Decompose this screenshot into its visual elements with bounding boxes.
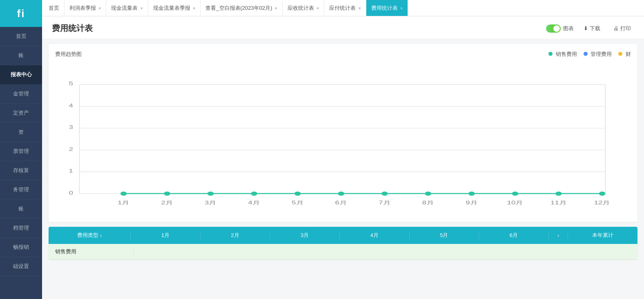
sidebar-item-report-center[interactable]: 报表中心 (0, 65, 42, 84)
next-month-cell: › (549, 232, 568, 239)
table-header: 费用类型 ‹ 1月 2月 3月 4月 5月 (49, 227, 637, 244)
legend-dot-admin (584, 52, 588, 56)
tab-blank-report[interactable]: 查看_空白报表(2023年02月) × (201, 0, 283, 16)
tab-payable[interactable]: 应付统计表 × (324, 0, 366, 16)
close-tab-cashflow[interactable]: × (140, 6, 143, 11)
print-icon: 🖨 (613, 25, 619, 31)
th-month-6: 6月 (479, 232, 549, 239)
svg-text:6月: 6月 (335, 200, 347, 205)
tab-cashflow-quarterly[interactable]: 现金流量表季报 × (148, 0, 201, 16)
td-type: 销售费用 (49, 248, 134, 255)
data-point (251, 191, 257, 195)
svg-text:3月: 3月 (205, 200, 216, 205)
chart-title: 费用趋势图 (55, 51, 631, 58)
svg-text:9月: 9月 (466, 200, 477, 205)
th-month-1: 1月 (131, 232, 201, 239)
sidebar-item-service-mgmt[interactable]: 务管理 (0, 180, 42, 199)
data-point (338, 191, 344, 195)
sidebar-item-cash-mgmt[interactable]: 金管理 (0, 84, 42, 104)
sidebar-item-expense[interactable]: 畅报销 (0, 238, 42, 257)
sidebar: fi 首页 账 报表中心 金管理 定资产 资 票管理 存核算 务管理 账 档管理… (0, 0, 42, 299)
chart-toggle[interactable] (546, 24, 561, 33)
sidebar-item-home[interactable]: 首页 (0, 27, 42, 46)
svg-text:4: 4 (69, 103, 73, 108)
download-icon: ⬇ (584, 25, 588, 31)
chart-toggle-wrap[interactable]: 图表 (546, 24, 574, 33)
table-row: 销售费用 (49, 244, 637, 259)
th-type: 费用类型 ‹ (49, 232, 131, 239)
close-tab-profit-quarterly[interactable]: × (98, 6, 101, 11)
close-tab-blank-report[interactable]: × (275, 6, 277, 11)
close-tab-cashflow-quarterly[interactable]: × (193, 6, 195, 11)
tab-profit-quarterly[interactable]: 利润表季报 × (65, 0, 106, 16)
svg-rect-12 (80, 84, 606, 193)
legend-dot-sales (548, 52, 553, 56)
page-title: 费用统计表 (52, 23, 93, 34)
close-tab-payable[interactable]: × (358, 6, 361, 11)
th-month-3: 3月 (270, 232, 340, 239)
th-yearly-total: 本年累计 (568, 232, 637, 239)
table-section: 费用类型 ‹ 1月 2月 3月 4月 5月 (49, 227, 637, 259)
legend-sales: 销售费用 (548, 51, 577, 58)
svg-text:2月: 2月 (161, 200, 173, 205)
data-point (120, 191, 127, 195)
sidebar-item-archive[interactable]: 档管理 (0, 219, 42, 238)
sidebar-item-invoice-mgmt[interactable]: 票管理 (0, 142, 42, 161)
sidebar-item-inventory[interactable]: 存核算 (0, 161, 42, 180)
svg-text:11月: 11月 (550, 200, 567, 205)
th-month-4: 4月 (340, 232, 410, 239)
data-point (555, 191, 562, 195)
tab-expense-stats[interactable]: 费用统计表 × (366, 0, 408, 16)
download-button[interactable]: ⬇ 下载 (580, 23, 604, 34)
svg-text:10月: 10月 (507, 200, 524, 205)
data-point (599, 191, 606, 195)
page-header: 费用统计表 图表 ⬇ 下载 🖨 打印 (42, 16, 644, 39)
svg-text:5: 5 (69, 81, 73, 86)
legend-dot-finance (618, 52, 622, 56)
chart-area: 0 1 2 3 4 5 1月 2月 (55, 64, 631, 215)
sidebar-item-settings[interactable]: 础设置 (0, 257, 42, 276)
tab-bar: 首页 利润表季报 × 现金流量表 × 现金流量表季报 × 查看_空白报表(202… (42, 0, 644, 16)
sidebar-item-fixed-assets[interactable]: 定资产 (0, 104, 42, 123)
header-actions: 图表 ⬇ 下载 🖨 打印 (546, 23, 634, 34)
chart-toggle-label: 图表 (563, 25, 574, 32)
tab-cashflow[interactable]: 现金流量表 × (106, 0, 148, 16)
next-month-arrow[interactable]: › (557, 232, 559, 239)
data-point (381, 191, 388, 195)
data-point (512, 191, 519, 195)
prev-month-arrow[interactable]: ‹ (100, 232, 102, 239)
legend-admin: 管理费用 (584, 51, 612, 58)
svg-text:1月: 1月 (118, 200, 129, 205)
svg-text:2: 2 (69, 146, 73, 152)
data-point (294, 191, 301, 195)
chart-svg: 0 1 2 3 4 5 1月 2月 (55, 64, 631, 215)
sidebar-item-ledger[interactable]: 账 (0, 46, 42, 65)
svg-text:12月: 12月 (594, 200, 611, 205)
close-tab-expense-stats[interactable]: × (400, 6, 403, 11)
th-month-5: 5月 (410, 232, 479, 239)
sidebar-item-capital[interactable]: 资 (0, 123, 42, 142)
th-month-2: 2月 (201, 232, 270, 239)
tab-receivable[interactable]: 应收统计表 × (283, 0, 324, 16)
data-point (425, 191, 432, 195)
legend-finance: 财 (618, 51, 631, 58)
svg-text:4月: 4月 (248, 200, 260, 205)
print-button[interactable]: 🖨 打印 (610, 23, 634, 34)
data-point (164, 191, 170, 195)
close-tab-receivable[interactable]: × (316, 6, 319, 11)
svg-text:3: 3 (69, 124, 73, 130)
svg-text:8月: 8月 (422, 200, 434, 205)
chart-legend: 销售费用 管理费用 财 (548, 51, 631, 58)
sidebar-logo: fi (0, 0, 42, 27)
data-point (468, 191, 475, 195)
svg-text:5月: 5月 (292, 200, 303, 205)
tab-home[interactable]: 首页 (44, 0, 65, 16)
svg-text:0: 0 (69, 190, 73, 195)
svg-text:1: 1 (69, 168, 73, 173)
chart-section: 销售费用 管理费用 财 费用趋势图 0 1 (49, 44, 637, 222)
data-point (207, 191, 214, 195)
sidebar-item-accounts[interactable]: 账 (0, 199, 42, 219)
svg-text:7月: 7月 (379, 200, 390, 205)
content-area: 费用统计表 图表 ⬇ 下载 🖨 打印 (42, 16, 644, 299)
main-area: 首页 利润表季报 × 现金流量表 × 现金流量表季报 × 查看_空白报表(202… (42, 0, 644, 299)
